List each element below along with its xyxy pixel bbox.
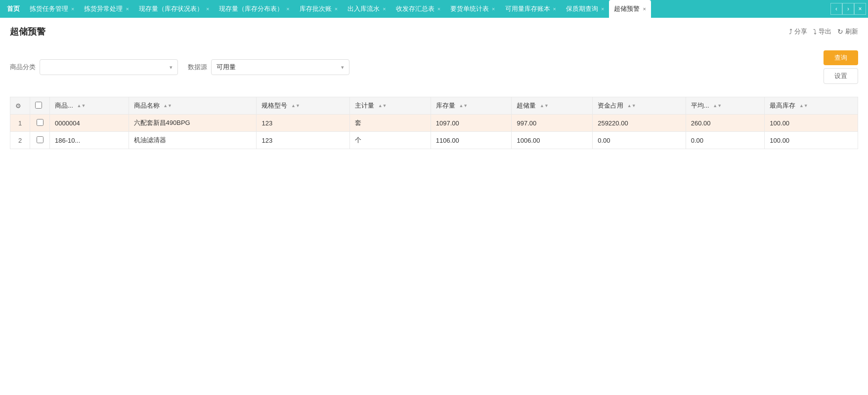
nav-item-avail-account[interactable]: 可用量库存账本 × <box>500 0 561 18</box>
export-icon: ⤵ <box>813 28 817 36</box>
close-icon[interactable]: × <box>335 6 338 12</box>
col-header-spec[interactable]: 规格型号 ▲▼ <box>257 97 350 115</box>
close-icon[interactable]: × <box>643 6 646 12</box>
nav-item-overstock-warn[interactable]: 超储预警 × <box>609 0 651 18</box>
category-filter-group: 商品分类 ▾ <box>10 59 178 75</box>
close-icon[interactable]: × <box>286 6 289 12</box>
settings-icon[interactable]: ⚙ <box>15 102 21 110</box>
export-button[interactable]: ⤵ 导出 <box>813 27 831 36</box>
row-checkbox-cell[interactable] <box>30 115 50 132</box>
datasource-select[interactable]: 可用量 ▾ <box>211 59 349 75</box>
col-header-avg[interactable]: 平均... ▲▼ <box>686 97 765 115</box>
nav-item-order-stats[interactable]: 要货单统计表 × <box>445 0 500 18</box>
cell-product-name: 机油滤清器 <box>129 132 257 149</box>
col-header-check[interactable] <box>30 97 50 115</box>
sort-icon: ▲▼ <box>459 104 468 108</box>
category-select[interactable]: ▾ <box>40 59 178 75</box>
nav-more-button[interactable]: × <box>854 3 866 15</box>
cell-unit: 个 <box>350 132 431 149</box>
header-actions: ⤴ 分享 ⤵ 导出 ↻ 刷新 <box>789 27 858 36</box>
close-icon[interactable]: × <box>492 6 495 12</box>
nav-item-home[interactable]: 首页 <box>2 0 25 18</box>
cell-capital: 0.00 <box>593 132 686 149</box>
datasource-select-value: 可用量 <box>217 63 341 72</box>
filter-btn-group: 查询 设置 <box>824 50 858 84</box>
cell-capital: 259220.00 <box>593 115 686 132</box>
chevron-down-icon: ▾ <box>170 64 173 71</box>
cell-spec: 123 <box>257 115 350 132</box>
close-icon[interactable]: × <box>601 6 604 12</box>
nav-item-abnormal[interactable]: 拣货异常处理 × <box>79 0 133 18</box>
nav-arrows: ‹ › × <box>830 3 866 15</box>
col-header-max-stock[interactable]: 最高库存 ▲▼ <box>765 97 858 115</box>
col-header-capital[interactable]: 资金占用 ▲▼ <box>593 97 686 115</box>
close-icon[interactable]: × <box>71 6 74 12</box>
cell-max-stock: 100.00 <box>765 132 858 149</box>
cell-product-code: 0000004 <box>50 115 129 132</box>
sort-icon: ▲▼ <box>540 104 549 108</box>
cell-avg: 0.00 <box>686 132 765 149</box>
cell-max-stock: 100.00 <box>765 115 858 132</box>
data-table: ⚙ 商品... ▲▼ 商品名称 ▲▼ 规格型号 ▲▼ 主计 <box>10 97 858 149</box>
page-content: 超储预警 ⤴ 分享 ⤵ 导出 ↻ 刷新 商品分类 ▾ 数据源 <box>0 18 868 157</box>
cell-stock-qty: 1106.00 <box>431 132 512 149</box>
nav-item-inventory-status[interactable]: 现存量（库存状况表） × <box>134 0 214 18</box>
table-row: 1 0000004 六配套新昌490BPG 123 套 1097.00 997.… <box>10 115 858 132</box>
col-header-unit[interactable]: 主计量 ▲▼ <box>350 97 431 115</box>
filter-bar: 商品分类 ▾ 数据源 可用量 ▾ 查询 设置 <box>10 45 858 89</box>
nav-item-task-mgmt[interactable]: 拣货任务管理 × <box>25 0 79 18</box>
cell-product-name: 六配套新昌490BPG <box>129 115 257 132</box>
row-checkbox[interactable] <box>37 119 43 126</box>
nav-item-quality-check[interactable]: 保质期查询 × <box>561 0 609 18</box>
refresh-icon: ↻ <box>837 28 843 36</box>
page-title: 超储预警 <box>10 26 45 38</box>
cell-spec: 123 <box>257 132 350 149</box>
settings-button[interactable]: 设置 <box>824 68 858 84</box>
select-all-checkbox[interactable] <box>35 102 42 109</box>
row-checkbox[interactable] <box>37 136 43 143</box>
sort-icon: ▲▼ <box>378 104 387 108</box>
sort-icon: ▲▼ <box>799 104 808 108</box>
sort-icon: ▲▼ <box>627 104 636 108</box>
nav-next-button[interactable]: › <box>842 3 854 15</box>
cell-product-code: 186-10... <box>50 132 129 149</box>
cell-overstock-qty: 1006.00 <box>512 132 593 149</box>
cell-avg: 260.00 <box>686 115 765 132</box>
close-icon[interactable]: × <box>206 6 209 12</box>
col-header-product-name[interactable]: 商品名称 ▲▼ <box>129 97 257 115</box>
close-icon[interactable]: × <box>383 6 386 12</box>
sort-icon: ▲▼ <box>77 104 86 108</box>
datasource-filter-label: 数据源 <box>188 63 207 72</box>
query-button[interactable]: 查询 <box>824 50 858 65</box>
close-icon[interactable]: × <box>437 6 440 12</box>
category-filter-label: 商品分类 <box>10 63 36 72</box>
col-header-settings[interactable]: ⚙ <box>10 97 30 115</box>
table-header-row: ⚙ 商品... ▲▼ 商品名称 ▲▼ 规格型号 ▲▼ 主计 <box>10 97 858 115</box>
col-header-product-code[interactable]: 商品... ▲▼ <box>50 97 129 115</box>
cell-stock-qty: 1097.00 <box>431 115 512 132</box>
nav-item-inout-flow[interactable]: 出入库流水 × <box>343 0 391 18</box>
page-header: 超储预警 ⤴ 分享 ⤵ 导出 ↻ 刷新 <box>10 26 858 38</box>
sort-icon: ▲▼ <box>291 104 300 108</box>
share-button[interactable]: ⤴ 分享 <box>789 27 807 36</box>
col-header-overstock-qty[interactable]: 超储量 ▲▼ <box>512 97 593 115</box>
nav-item-inventory-dist[interactable]: 现存量（库存分布表） × <box>214 0 294 18</box>
nav-item-inventory-batch[interactable]: 库存批次账 × <box>295 0 343 18</box>
table-row: 2 186-10... 机油滤清器 123 个 1106.00 1006.00 … <box>10 132 858 149</box>
cell-unit: 套 <box>350 115 431 132</box>
sort-icon: ▲▼ <box>713 104 722 108</box>
chevron-down-icon: ▾ <box>341 64 344 71</box>
top-nav: 首页 拣货任务管理 × 拣货异常处理 × 现存量（库存状况表） × 现存量（库存… <box>0 0 868 18</box>
cell-overstock-qty: 997.00 <box>512 115 593 132</box>
sort-icon: ▲▼ <box>163 104 172 108</box>
refresh-button[interactable]: ↻ 刷新 <box>837 27 858 36</box>
row-checkbox-cell[interactable] <box>30 132 50 149</box>
nav-prev-button[interactable]: ‹ <box>830 3 842 15</box>
row-number: 2 <box>10 132 30 149</box>
close-icon[interactable]: × <box>126 6 129 12</box>
datasource-filter-group: 数据源 可用量 ▾ <box>188 59 349 75</box>
nav-item-recv-send[interactable]: 收发存汇总表 × <box>391 0 445 18</box>
row-number: 1 <box>10 115 30 132</box>
close-icon[interactable]: × <box>553 6 556 12</box>
col-header-stock-qty[interactable]: 库存量 ▲▼ <box>431 97 512 115</box>
